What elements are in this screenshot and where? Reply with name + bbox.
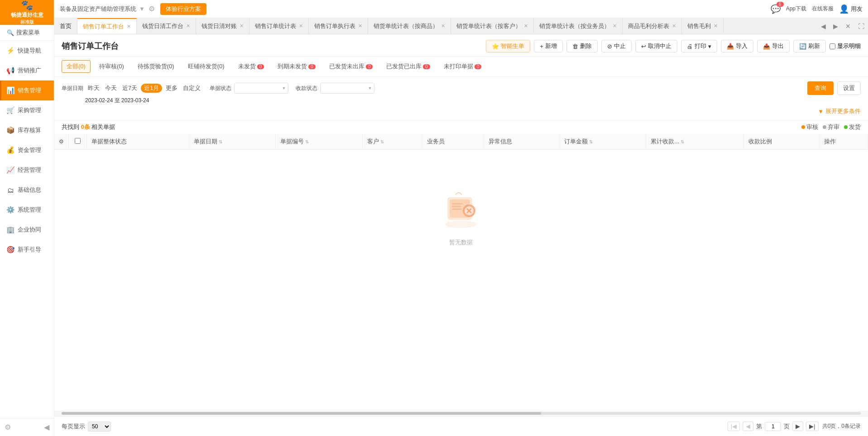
delete-btn[interactable]: 🗑 删除 [566, 40, 598, 52]
status-label: 单据状态 [210, 85, 231, 92]
tab-maximize-icon[interactable]: ⛶ [854, 23, 868, 30]
sidebar-item-inventory[interactable]: 📦 库存核算 [0, 120, 54, 140]
sidebar-item-enterprise[interactable]: 🏢 企业协同 [0, 220, 54, 240]
col-number[interactable]: 单据编号⇅ [276, 134, 362, 150]
system-dropdown-icon[interactable]: ▼ [139, 5, 145, 12]
date-1month[interactable]: 近1月 [141, 84, 162, 93]
sidebar-item-purchase[interactable]: 🛒 采购管理 [0, 100, 54, 120]
tab-close-icon[interactable]: ✕ [127, 24, 131, 29]
ship-action-btn[interactable]: 发货 [844, 123, 861, 131]
sidebar-item-marketing[interactable]: 📢 营销推广 [0, 61, 54, 81]
show-detail-toggle[interactable]: 显示明细 [830, 42, 861, 50]
filter-tab-all[interactable]: 全部(0) [62, 60, 91, 73]
filter-tab-pending-inspect[interactable]: 待拣货验货(0) [133, 60, 179, 73]
prev-page-btn[interactable]: ◀ [743, 422, 753, 431]
col-amount[interactable]: 订单金额⇅ [559, 134, 646, 150]
import-btn[interactable]: 📥 导入 [721, 40, 753, 52]
col-checkbox[interactable] [69, 134, 87, 150]
tab-scroll-left-icon[interactable]: ◀ [817, 23, 830, 30]
sidebar-item-finance[interactable]: 💰 资金管理 [0, 140, 54, 160]
page-input[interactable] [765, 422, 781, 431]
refresh-btn[interactable]: 🔄 刷新 [793, 40, 826, 52]
col-date[interactable]: 单据日期⇅ [189, 134, 275, 150]
tab-close-icon[interactable]: ✕ [186, 23, 190, 29]
tab-sales-workbench[interactable]: 销售订单工作台 ✕ [77, 18, 137, 34]
col-collected[interactable]: 累计收款...⇅ [646, 134, 744, 150]
sidebar-item-basic[interactable]: 🗂 基础信息 [0, 180, 54, 200]
last-page-btn[interactable]: ▶| [806, 422, 818, 431]
date-yesterday[interactable]: 昨天 [86, 83, 101, 93]
date-today[interactable]: 今天 [103, 83, 119, 93]
show-detail-checkbox[interactable] [830, 43, 835, 49]
scroll-thumb[interactable] [62, 412, 541, 415]
sidebar-item-operation[interactable]: 📈 经营管理 [0, 160, 54, 180]
sidebar-item-quick-nav[interactable]: ⚡ 快捷导航 [0, 41, 54, 61]
horizontal-scrollbar[interactable] [54, 411, 868, 416]
setting-btn[interactable]: 设置 [837, 81, 861, 95]
filter-tab-overdue[interactable]: 到期未发货0 [273, 60, 321, 73]
tab-cash-clear[interactable]: 钱货日清工作台 ✕ [137, 18, 196, 34]
tab-close-icon[interactable]: ✕ [672, 23, 676, 29]
sidebar-item-system[interactable]: ⚙️ 系统管理 [0, 200, 54, 220]
cancel-action-btn[interactable]: 弃审 [823, 123, 839, 131]
tab-close-icon[interactable]: ✕ [524, 23, 528, 29]
tab-close-icon[interactable]: ✕ [613, 23, 617, 29]
export-btn[interactable]: 📤 导出 [757, 40, 790, 52]
online-service-btn[interactable]: 在线客服 [812, 5, 834, 13]
tab-close-icon[interactable]: ✕ [358, 23, 362, 29]
payment-select[interactable] [320, 83, 374, 94]
settings-topbar-icon[interactable]: ⚙ [149, 5, 155, 13]
sort-icon: ⇅ [305, 139, 309, 144]
tab-sales-product[interactable]: 销货单统计表（按商品） ✕ [368, 18, 451, 34]
col-customer[interactable]: 客户⇅ [362, 134, 422, 150]
add-btn[interactable]: + 新增 [534, 40, 563, 52]
date-7days[interactable]: 近7天 [120, 83, 139, 93]
sidebar-item-newuser[interactable]: 🎯 新手引导 [0, 240, 54, 260]
scroll-track[interactable] [62, 412, 861, 415]
user-menu[interactable]: 👤 用友 [839, 4, 863, 14]
sidebar-search[interactable]: 🔍 搜索菜单 [0, 25, 54, 41]
tab-gross-profit[interactable]: 商品毛利分析表 ✕ [623, 18, 682, 34]
experience-btn[interactable]: 体验行业方案 [160, 3, 206, 15]
tab-sales-customer[interactable]: 销货单统计表（按客户） ✕ [451, 18, 534, 34]
tab-home[interactable]: 首页 [54, 18, 77, 34]
select-all-checkbox[interactable] [75, 138, 81, 144]
review-action-btn[interactable]: 审核 [801, 123, 818, 131]
smart-generate-btn[interactable]: ⭐ 智能生单 [486, 40, 530, 52]
collapse-icon[interactable]: ◀ [44, 423, 49, 431]
tab-close-icon[interactable]: ✕ [441, 23, 445, 29]
date-more[interactable]: 更多 [164, 83, 179, 93]
tab-sales-more[interactable]: 销售毛利 ✕ [682, 18, 724, 34]
tab-sales-staff[interactable]: 销货单统计表（按业务员） ✕ [534, 18, 623, 34]
filter-tab-shipped-not-out[interactable]: 已发货未出库0 [324, 60, 378, 73]
app-download-btn[interactable]: App下载 [786, 5, 806, 13]
status-select[interactable] [234, 83, 288, 94]
tab-sales-exec[interactable]: 销售订单执行表 ✕ [309, 18, 368, 34]
filter-tab-not-printed[interactable]: 未打印单据0 [439, 60, 487, 73]
expand-btn[interactable]: ▼ 展开更多条件 [818, 107, 861, 115]
tab-close-icon[interactable]: ✕ [714, 23, 718, 29]
filter-tab-not-shipped[interactable]: 未发货0 [233, 60, 269, 73]
message-icon[interactable]: 💬 6 [771, 4, 781, 14]
col-settings[interactable]: ⚙ [54, 134, 69, 150]
next-page-btn[interactable]: ▶ [792, 422, 803, 431]
print-btn[interactable]: 🖨 打印 ▾ [681, 40, 717, 52]
cancel-stop-btn[interactable]: ↩ 取消中止 [635, 40, 677, 52]
tab-close-all-icon[interactable]: ✕ [842, 23, 854, 30]
filter-tab-wangpu[interactable]: 旺铺待发货(0) [183, 60, 230, 73]
search-btn[interactable]: 查询 [807, 81, 834, 95]
filter-tab-pending-review[interactable]: 待审核(0) [94, 60, 129, 73]
sidebar-item-sales[interactable]: 📊 销售管理 [0, 81, 54, 100]
tab-close-icon[interactable]: ✕ [299, 23, 303, 29]
date-custom[interactable]: 自定义 [181, 83, 202, 93]
page-size-select[interactable]: 50 10 20 100 [88, 422, 111, 431]
filter-tab-shipped-out[interactable]: 已发货已出库0 [381, 60, 435, 73]
stop-btn[interactable]: ⊘ 中止 [601, 40, 632, 52]
settings-icon[interactable]: ⚙ [5, 423, 11, 431]
first-page-btn[interactable]: |◀ [728, 422, 740, 431]
search-row: 单据日期 昨天 今天 近7天 近1月 更多 自定义 单据状态 [62, 81, 861, 95]
tab-cash-reconcile[interactable]: 钱货日清对账 ✕ [196, 18, 249, 34]
tab-sales-stats[interactable]: 销售订单统计表 ✕ [249, 18, 309, 34]
tab-close-icon[interactable]: ✕ [240, 23, 244, 29]
tab-scroll-right-icon[interactable]: ▶ [830, 23, 842, 30]
